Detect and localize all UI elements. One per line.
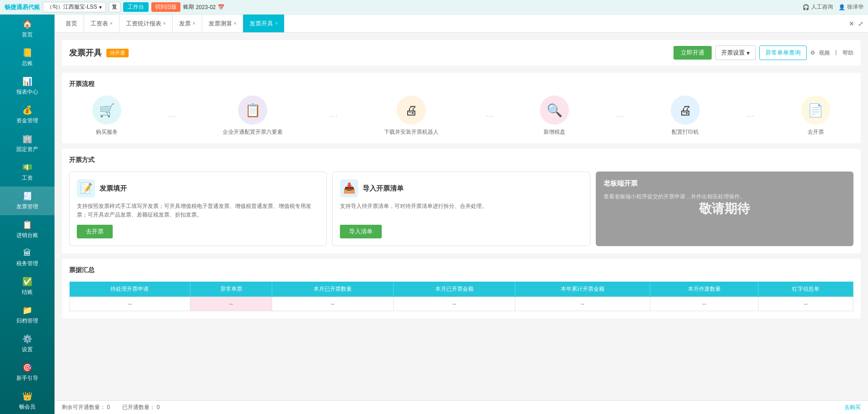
methods-title: 开票方式: [69, 156, 853, 164]
boss-terminal-title: 老板端开票: [604, 179, 638, 188]
th-void-count: 本月作废数量: [650, 282, 758, 297]
archive-icon: 📁: [22, 305, 32, 315]
user-avatar-icon: 👤: [838, 4, 845, 10]
th-monthly-count: 本月已开票数量: [272, 282, 394, 297]
settlement-icon: ✅: [22, 277, 32, 287]
sidebar-item-payroll[interactable]: 💵 工资: [0, 158, 55, 187]
period-label: 账期 2023-02 📅: [183, 3, 224, 11]
tab-bar-right: ✕ ⤢: [849, 20, 863, 27]
step-config-printer[interactable]: 🖨 配置打印机: [671, 96, 700, 136]
tab-invoice[interactable]: 发票 ×: [173, 15, 202, 32]
method-card-header-boss: 老板端开票: [604, 179, 846, 188]
top-bar: 畅捷通易代账 （勾）江西服宝-LSS ▾ 复 工作台 切到旧版 账期 2023-…: [0, 0, 868, 15]
assets-icon: 🏢: [22, 134, 32, 144]
remaining-value: 0: [107, 404, 110, 410]
step-add-tax-disk[interactable]: 🔍 新增税盘: [540, 96, 569, 136]
home-icon: 🏠: [22, 19, 32, 29]
help-icon[interactable]: ⚙: [810, 50, 815, 56]
sidebar-label-report-center: 报表中心: [16, 88, 38, 96]
manual-fill-desc: 支持按照发票样式手工填写开发票；可开具增值税电子普通发票、增值税普通发票、增值税…: [77, 202, 319, 219]
tab-close-all-icon[interactable]: ✕: [849, 20, 854, 27]
page-content: 发票开具 待开通 立即开通 开票设置 ▾ 异常单单查询 ⚙ 视频 丨 帮助: [55, 33, 868, 400]
download-robot-label: 下载并安装开票机器人: [384, 128, 439, 136]
coming-soon-label: 敬请期待: [699, 200, 750, 217]
arrow-5: ⋯: [746, 111, 754, 121]
opened-label: 已开通数量：: [122, 404, 155, 410]
arrow-1: ⋯: [168, 111, 176, 121]
help-label[interactable]: 帮助: [843, 49, 853, 57]
page-header: 发票开具 待开通 立即开通 开票设置 ▾ 异常单单查询 ⚙ 视频 丨 帮助: [62, 40, 861, 66]
td-void-count: --: [650, 297, 758, 311]
user-avatar-area[interactable]: 👤 徐泽华: [838, 3, 863, 11]
method-card-manual-fill: 📝 发票填开 支持按照发票样式手工填写开发票；可开具增值税电子普通发票、增值税普…: [69, 172, 327, 246]
tab-restore-icon[interactable]: ⤢: [858, 20, 863, 27]
open-settings-button[interactable]: 开票设置 ▾: [715, 45, 756, 60]
manual-fill-icon: 📝: [77, 179, 95, 197]
th-pending: 待处理开票申请: [70, 282, 190, 297]
summary-section: 票据汇总 待处理开票申请 异常单票 本月已开票数量 本月已开票金额 本年累计开票…: [62, 259, 861, 318]
member-icon: 👑: [22, 391, 32, 401]
tab-payroll-stats-close[interactable]: ×: [163, 21, 166, 26]
tab-invoice-tool-close[interactable]: ×: [275, 21, 278, 26]
manual-fill-button[interactable]: 去开票: [77, 225, 113, 238]
tab-invoice-tool[interactable]: 发票开具 ×: [243, 15, 284, 32]
sidebar-item-purchase-sales[interactable]: 📋 进销台账: [0, 215, 55, 244]
sidebar-item-archive-mgmt[interactable]: 📁 归档管理: [0, 301, 55, 329]
flow-title: 开票流程: [69, 80, 853, 88]
sidebar-item-home[interactable]: 🏠 首页: [0, 15, 55, 43]
flow-steps: 🛒 购买服务 ⋯ 📋 企业开通配置开票六要素 ⋯ 🖨 下载并安装开票机器人 ⋯: [69, 96, 853, 136]
download-robot-icon: 🖨: [397, 96, 426, 125]
import-list-button[interactable]: 导入清单: [340, 225, 382, 238]
td-pending: --: [70, 297, 190, 311]
method-card-header-manual: 📝 发票填开: [77, 179, 319, 197]
query-exception-button[interactable]: 异常单单查询: [759, 45, 807, 60]
tab-invoice-calc[interactable]: 发票测算 ×: [202, 15, 244, 32]
switch-button[interactable]: 切到旧版: [151, 2, 180, 12]
td-monthly-count: --: [272, 297, 394, 311]
sidebar-item-fund-mgmt[interactable]: 💰 资金管理: [0, 101, 55, 129]
sidebar-item-new-guide[interactable]: 🎯 新手引导: [0, 358, 55, 387]
sidebar-label-home: 首页: [22, 31, 33, 39]
sidebar-label-member: 畅会员: [19, 403, 35, 411]
sidebar-item-tax-mgmt[interactable]: 🏛 税务管理: [0, 244, 55, 272]
td-red-info: --: [758, 297, 853, 311]
sidebar-item-invoice-mgmt[interactable]: 🧾 发票管理: [0, 187, 55, 215]
top-bar-right: 🎧 人工咨询 👤 徐泽华: [803, 3, 863, 11]
footer-left: 剩余可开通数量： 0 已开通数量： 0: [62, 404, 160, 411]
sidebar-item-settings[interactable]: ⚙️ 设置: [0, 329, 55, 358]
sidebar-item-settlement[interactable]: ✅ 结账: [0, 272, 55, 301]
sidebar-item-report-center[interactable]: 📊 报表中心: [0, 72, 55, 101]
copy-button[interactable]: 复: [109, 2, 120, 12]
step-download-robot[interactable]: 🖨 下载并安装开票机器人: [384, 96, 439, 136]
remaining-label: 剩余可开通数量：: [62, 404, 105, 410]
guide-icon: 🎯: [22, 363, 32, 373]
calendar-icon[interactable]: 📅: [218, 4, 224, 10]
opened-value: 0: [157, 404, 160, 410]
content-area: 首页 工资表 × 工资统计报表 × 发票 × 发票测算 ×: [55, 15, 868, 414]
step-open-ticket[interactable]: 📄 去开票: [801, 96, 830, 136]
import-list-desc: 支持导入待开票清单，可对待开票清单进行拆分、合并处理。: [340, 202, 582, 219]
buy-link[interactable]: 去购买: [844, 404, 861, 411]
sidebar-item-member[interactable]: 👑 畅会员: [0, 387, 55, 414]
step-buy-service[interactable]: 🛒 购买服务: [92, 96, 121, 136]
sidebar-label-fixed-assets: 固定资产: [16, 146, 38, 153]
tab-payroll-table[interactable]: 工资表 ×: [84, 15, 120, 32]
tab-payroll-table-close[interactable]: ×: [110, 21, 113, 26]
headset-icon: 🎧: [803, 4, 809, 10]
open-now-button[interactable]: 立即开通: [673, 46, 712, 60]
workspace-button[interactable]: 工作台: [123, 2, 149, 12]
summary-header-row: 待处理开票申请 异常单票 本月已开票数量 本月已开票金额 本年累计开票金额 本月…: [70, 282, 853, 297]
th-red-info: 红字信息单: [758, 282, 853, 297]
tab-home[interactable]: 首页: [59, 15, 84, 32]
sidebar-item-general-ledger[interactable]: 📒 总账: [0, 43, 55, 72]
sidebar-label-fund-mgmt: 资金管理: [16, 117, 38, 125]
tab-payroll-stats[interactable]: 工资统计报表 ×: [120, 15, 173, 32]
tab-invoice-calc-close[interactable]: ×: [234, 21, 237, 26]
user-service[interactable]: 🎧 人工咨询: [803, 3, 833, 11]
sidebar-label-settings: 设置: [22, 346, 33, 353]
step-enterprise-setup[interactable]: 📋 企业开通配置开票六要素: [223, 96, 283, 136]
sidebar-item-fixed-assets[interactable]: 🏢 固定资产: [0, 129, 55, 158]
company-selector[interactable]: （勾）江西服宝-LSS ▾: [43, 2, 106, 12]
view-label[interactable]: 视频: [819, 49, 830, 57]
tab-invoice-close[interactable]: ×: [193, 21, 195, 26]
